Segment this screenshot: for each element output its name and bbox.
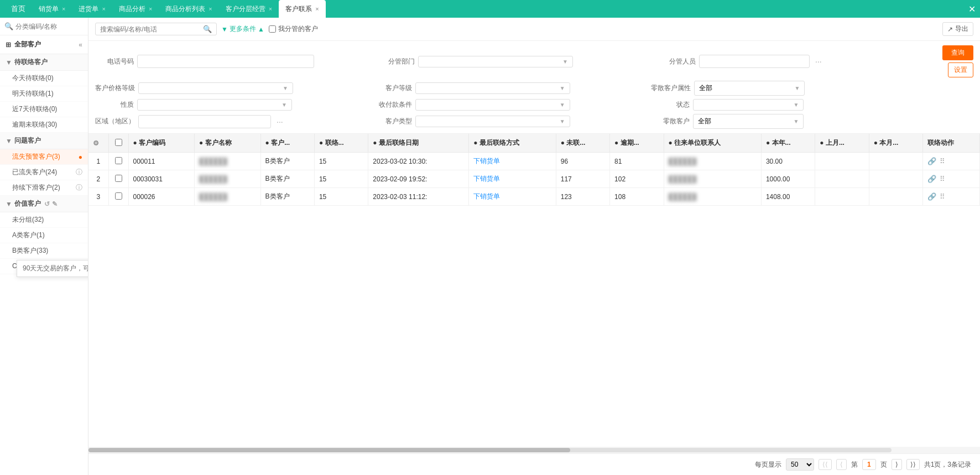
current-page: 1 bbox=[862, 459, 876, 470]
last-method-link[interactable]: 下销货单 bbox=[473, 175, 500, 182]
edit-icon[interactable]: ✎ bbox=[52, 200, 58, 208]
sidebar-item-a-class[interactable]: A类客户(1) bbox=[0, 228, 88, 243]
search-icon[interactable]: 🔍 bbox=[203, 25, 212, 33]
export-icon: ↗ bbox=[947, 25, 953, 33]
filter-icon: ▼ bbox=[221, 25, 228, 33]
sidebar-search-input[interactable] bbox=[15, 23, 84, 30]
sidebar-item-today[interactable]: 今天待联络(0) bbox=[0, 71, 88, 86]
tab-customer-contact[interactable]: 客户联系 × bbox=[279, 0, 325, 18]
tab-home[interactable]: 首页 bbox=[4, 0, 32, 18]
sidebar-root[interactable]: ⊞ 全部客户 « bbox=[0, 35, 88, 54]
col-last-date-header: ● 最后联络日期 bbox=[368, 134, 469, 153]
tab-product-analysis[interactable]: 商品分析 × bbox=[112, 0, 159, 18]
tab-sales[interactable]: 销货单 × bbox=[32, 0, 72, 18]
select-all-checkbox[interactable] bbox=[115, 139, 122, 146]
row-checkbox[interactable] bbox=[115, 192, 122, 200]
filter-label-person: 分管人员 bbox=[657, 57, 696, 66]
close-tab-product-analysis[interactable]: × bbox=[149, 6, 152, 12]
row-overdue: 81 bbox=[610, 153, 664, 170]
close-tab-product-analysis-list[interactable]: × bbox=[208, 6, 212, 12]
filter-more-btn[interactable]: ▼ 更多条件 ▲ bbox=[221, 24, 264, 34]
sidebar-item-churned[interactable]: 已流失客户(24) ⓘ bbox=[0, 165, 88, 180]
action-grid-icon[interactable]: ⠿ bbox=[940, 175, 945, 183]
filter-input-region[interactable] bbox=[138, 115, 271, 128]
my-customer-check[interactable] bbox=[269, 25, 276, 33]
last-page-btn[interactable]: ⟩⟩ bbox=[906, 459, 920, 470]
per-page-select[interactable]: 50 20 100 bbox=[786, 458, 814, 471]
filter-select-customer-level[interactable]: ▼ bbox=[415, 82, 570, 94]
close-tab-customer-contact[interactable]: × bbox=[315, 6, 319, 12]
filter-input-phone[interactable] bbox=[137, 55, 314, 68]
filter-select-dept[interactable]: ▼ bbox=[418, 56, 573, 67]
filter-input-person[interactable] bbox=[699, 55, 810, 68]
sidebar-search-icon: 🔍 bbox=[4, 22, 13, 30]
export-button[interactable]: ↗ 导出 bbox=[942, 22, 973, 36]
scrollbar-track[interactable] bbox=[88, 448, 892, 452]
tab-purchase[interactable]: 进货单 × bbox=[72, 0, 112, 18]
my-customer-checkbox[interactable]: 我分管的客户 bbox=[269, 24, 318, 34]
chevron-down-icon-6: ▼ bbox=[560, 102, 565, 108]
warning-icon: ● bbox=[79, 153, 82, 161]
filter-select-price-level[interactable]: ▼ bbox=[138, 82, 293, 94]
action-grid-icon[interactable]: ⠿ bbox=[940, 157, 945, 165]
row-last-method[interactable]: 下销货单 bbox=[469, 170, 556, 188]
col-settings[interactable]: ⚙ bbox=[88, 134, 108, 153]
action-link-icon[interactable]: 🔗 bbox=[927, 175, 936, 183]
scrollbar-thumb[interactable] bbox=[88, 448, 570, 452]
sidebar-item-b-class[interactable]: B类客户(33) bbox=[0, 243, 88, 259]
filter-row-3: 性质 ▼ 收付款条件 ▼ 状态 bbox=[95, 99, 973, 111]
row-checkbox[interactable] bbox=[115, 157, 122, 164]
close-window-button[interactable]: ✕ bbox=[968, 4, 976, 14]
table-area: ⚙ ● 客户编码 ● 客户名称 ● 客户... bbox=[88, 134, 980, 447]
filter-select-retail[interactable]: 全部 ▼ bbox=[693, 114, 804, 129]
filter-select-payment[interactable]: ▼ bbox=[415, 99, 570, 111]
row-not-contacted: 123 bbox=[556, 188, 609, 206]
chevron-down-icon-2: ▼ bbox=[283, 85, 288, 91]
sidebar-group-pending-title[interactable]: ▼ 待联络客户 bbox=[0, 54, 88, 71]
refresh-icon[interactable]: ↺ bbox=[44, 200, 50, 208]
row-checkbox[interactable] bbox=[115, 175, 122, 182]
filter-select-nature[interactable]: ▼ bbox=[137, 99, 292, 111]
sidebar-item-ungroup[interactable]: 未分组(32) bbox=[0, 212, 88, 228]
row-checkbox-cell[interactable] bbox=[108, 188, 128, 206]
close-tab-customer-segment[interactable]: × bbox=[269, 6, 272, 12]
row-last-method[interactable]: 下销货单 bbox=[469, 153, 556, 170]
sidebar-item-overdue[interactable]: 逾期未联络(30) bbox=[0, 117, 88, 133]
collapse-icon[interactable]: « bbox=[79, 41, 82, 49]
row-checkbox-cell[interactable] bbox=[108, 153, 128, 170]
sidebar-item-7days[interactable]: 近7天待联络(0) bbox=[0, 102, 88, 117]
query-button[interactable]: 查询 bbox=[942, 45, 973, 60]
filter-select-retail-attr[interactable]: 全部 ▼ bbox=[694, 81, 805, 96]
filter-select-customer-type[interactable]: ▼ bbox=[415, 116, 570, 127]
action-link-icon[interactable]: 🔗 bbox=[927, 192, 936, 201]
sidebar-group-problem-title[interactable]: ▼ 问题客户 bbox=[0, 133, 88, 149]
action-grid-icon[interactable]: ⠿ bbox=[940, 192, 945, 201]
sidebar-item-declining[interactable]: 持续下滑客户(2) ⓘ bbox=[0, 180, 88, 196]
tab-customer-segment[interactable]: 客户分层经营 × bbox=[219, 0, 279, 18]
last-method-link[interactable]: 下销货单 bbox=[473, 157, 500, 165]
settings-button[interactable]: 设置 bbox=[948, 62, 973, 77]
filter-field-customer-type: 客户类型 ▼ bbox=[373, 116, 651, 127]
settings-col-icon[interactable]: ⚙ bbox=[93, 139, 99, 147]
next-page-btn[interactable]: ⟩ bbox=[892, 459, 902, 470]
col-checkbox-header[interactable] bbox=[108, 134, 128, 153]
row-overdue: 108 bbox=[610, 188, 664, 206]
filter-label-region: 区域（地区） bbox=[95, 117, 135, 126]
row-last-method[interactable]: 下销货单 bbox=[469, 188, 556, 206]
filter-select-status[interactable]: ▼ bbox=[693, 99, 804, 111]
sidebar-item-tomorrow[interactable]: 明天待联络(1) bbox=[0, 86, 88, 102]
first-page-btn[interactable]: ⟨⟨ bbox=[819, 459, 832, 470]
prev-page-btn[interactable]: ⟨ bbox=[836, 459, 847, 470]
more-dots-icon[interactable]: ··· bbox=[813, 57, 824, 66]
tab-product-analysis-list[interactable]: 商品分析列表 × bbox=[159, 0, 218, 18]
close-tab-sales[interactable]: × bbox=[62, 6, 65, 12]
last-method-link[interactable]: 下销货单 bbox=[473, 192, 500, 200]
sidebar-group-value-title[interactable]: ▼ 价值客户 ↺ ✎ bbox=[0, 196, 88, 212]
row-this-year: 1408.00 bbox=[761, 188, 815, 206]
search-input[interactable] bbox=[100, 25, 203, 33]
close-tab-purchase[interactable]: × bbox=[102, 6, 105, 12]
sidebar-item-churn-warning[interactable]: 流失预警客户(3) ● bbox=[0, 149, 88, 165]
row-checkbox-cell[interactable] bbox=[108, 170, 128, 188]
more-dots-icon-2[interactable]: ··· bbox=[274, 117, 285, 126]
action-link-icon[interactable]: 🔗 bbox=[927, 157, 936, 165]
